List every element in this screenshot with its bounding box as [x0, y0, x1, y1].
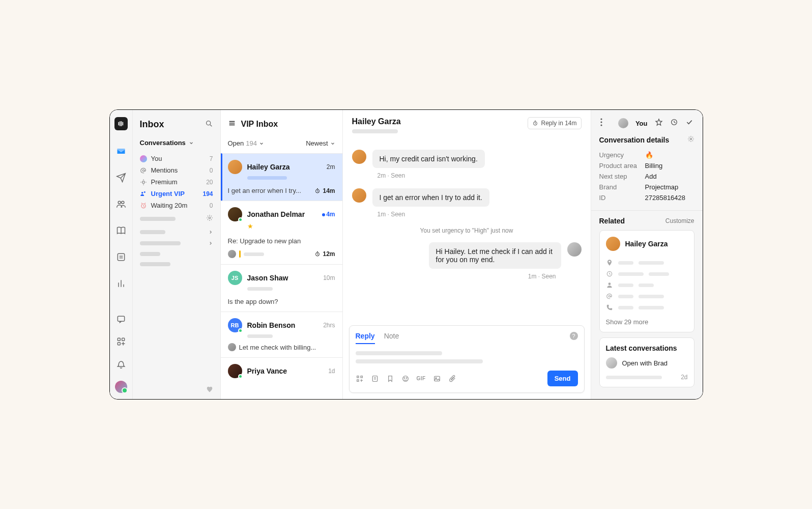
message-outbound: Hi Hailey. Let me check if I can add it … [352, 242, 582, 269]
person-name[interactable]: Hailey Garza [625, 240, 668, 248]
nav-inbox-icon[interactable] [115, 146, 127, 157]
conversation-item[interactable]: JSJason Shaw10m Is the app down? [221, 264, 342, 312]
sidebar-item-placeholder[interactable] [140, 259, 213, 269]
gif-icon[interactable]: GIF [417, 376, 426, 381]
svg-rect-50 [361, 376, 362, 377]
menu-icon[interactable] [228, 119, 236, 129]
nav-user-avatar[interactable] [115, 381, 127, 393]
close-conversation-icon[interactable] [685, 118, 693, 128]
conversation-item[interactable]: Hailey Garza2m I get an error when I try… [221, 153, 342, 201]
next-step-add[interactable]: Add [645, 173, 657, 180]
sidebar-item-mentions[interactable]: Mentions0 [140, 164, 213, 176]
app-window: Inbox Conversations You7 Mentions0 Premi… [109, 109, 703, 400]
avatar: JS [228, 271, 242, 285]
assignee-avatar [228, 250, 236, 258]
sidebar-item-placeholder[interactable] [140, 211, 213, 227]
conversation-item[interactable]: Priya Vance1d [221, 357, 342, 384]
shortcuts-icon[interactable] [356, 375, 364, 383]
svg-point-68 [690, 138, 692, 140]
svg-point-27 [143, 191, 145, 193]
sort-newest[interactable]: Newest [306, 139, 335, 147]
related-title: Related [599, 217, 625, 225]
app-logo[interactable] [114, 117, 128, 130]
sidebar-section-conversations[interactable]: Conversations [140, 139, 213, 147]
snooze-icon[interactable] [670, 118, 678, 128]
svg-line-32 [144, 203, 146, 203]
product-area-value[interactable]: Billing [645, 162, 663, 169]
emoji-icon[interactable] [401, 375, 410, 383]
chevron-down-icon [189, 140, 194, 146]
nav-chat-icon[interactable] [115, 314, 127, 325]
sun-icon [140, 179, 147, 186]
latest-conversation-item[interactable]: Open with Brad [606, 357, 688, 369]
more-icon[interactable] [600, 118, 602, 128]
nav-send-icon[interactable] [115, 172, 127, 183]
message-meta: 2m · Seen [378, 172, 582, 179]
details-title: Conversation details [599, 136, 670, 144]
nav-page-icon[interactable] [115, 251, 127, 263]
conversation-item[interactable]: Jonathan Delmar4m ★ Re: Upgrade to new p… [221, 201, 342, 264]
composer-input[interactable] [356, 351, 578, 363]
conversation-list: VIP Inbox Open 194 Newest Hailey Garza2m… [221, 110, 343, 399]
filter-open[interactable]: Open 194 [228, 139, 265, 147]
heart-icon[interactable] [206, 386, 213, 393]
star-icon[interactable] [655, 118, 663, 128]
macro-icon[interactable] [371, 375, 379, 383]
nav-people-icon[interactable] [115, 199, 127, 210]
priority-bar-icon [239, 250, 241, 258]
avatar [606, 357, 617, 369]
help-icon[interactable]: ? [570, 332, 578, 340]
avatar: RB [228, 318, 242, 332]
svg-point-4 [118, 201, 121, 204]
chevron-down-icon [330, 141, 335, 146]
assignee-avatar[interactable] [618, 118, 628, 128]
image-icon[interactable] [433, 375, 441, 383]
avatar [567, 242, 582, 257]
sidebar-item-placeholder[interactable] [140, 238, 213, 249]
latest-title: Latest conversations [606, 344, 688, 352]
conversation-thread: Hailey Garza Reply in 14m Hi, my credit … [343, 110, 591, 399]
conversation-subject: Re: Upgrade to new plan [228, 237, 335, 245]
nav-bell-icon[interactable] [115, 358, 127, 370]
svg-point-26 [141, 191, 143, 193]
svg-line-31 [141, 203, 142, 203]
stopwatch-icon [532, 120, 538, 126]
tab-note[interactable]: Note [384, 332, 399, 344]
customize-link[interactable]: Customize [665, 217, 694, 224]
search-icon[interactable] [205, 120, 213, 130]
person-icon [606, 281, 613, 289]
nav-apps-icon[interactable] [115, 336, 127, 347]
svg-line-47 [535, 124, 536, 124]
nav-reports-icon[interactable] [115, 278, 127, 289]
conversation-item[interactable]: RBRobin Benson2hrs Let me check with bil… [221, 312, 342, 357]
show-more-link[interactable]: Show 29 more [606, 318, 688, 326]
attachment-icon[interactable] [448, 375, 456, 383]
sidebar-item-you[interactable]: You7 [140, 153, 213, 164]
sidebar-item-placeholder[interactable] [140, 227, 213, 238]
svg-point-64 [600, 124, 602, 126]
gear-icon[interactable] [687, 135, 694, 145]
conversation-preview: I get an error when I try... [228, 187, 301, 194]
avatar [352, 150, 366, 164]
bookmark-icon[interactable] [386, 375, 394, 383]
svg-rect-12 [118, 316, 124, 321]
list-title: VIP Inbox [241, 120, 278, 129]
tab-reply[interactable]: Reply [356, 332, 375, 344]
gear-icon[interactable] [206, 214, 213, 223]
thread-title: Hailey Garza [352, 117, 401, 126]
sidebar-item-placeholder[interactable] [140, 249, 213, 259]
brand-value[interactable]: Projectmap [645, 183, 679, 191]
avatar [352, 188, 366, 203]
sidebar-item-urgent-vip[interactable]: Urgent VIP194 [140, 188, 213, 200]
send-button[interactable]: Send [547, 371, 578, 386]
sidebar-item-premium[interactable]: Premium20 [140, 176, 213, 188]
svg-rect-6 [118, 253, 124, 260]
reply-in-badge[interactable]: Reply in 14m [528, 117, 581, 129]
nav-book-icon[interactable] [115, 225, 127, 236]
urgency-value[interactable]: 🔥 [645, 151, 653, 159]
sidebar-item-waiting[interactable]: Waiting 20m0 [140, 200, 213, 211]
conversation-preview: Is the app down? [228, 298, 335, 305]
id-value: 27285816428 [645, 194, 686, 202]
svg-rect-60 [434, 376, 440, 381]
sidebar-title: Inbox [140, 119, 164, 130]
